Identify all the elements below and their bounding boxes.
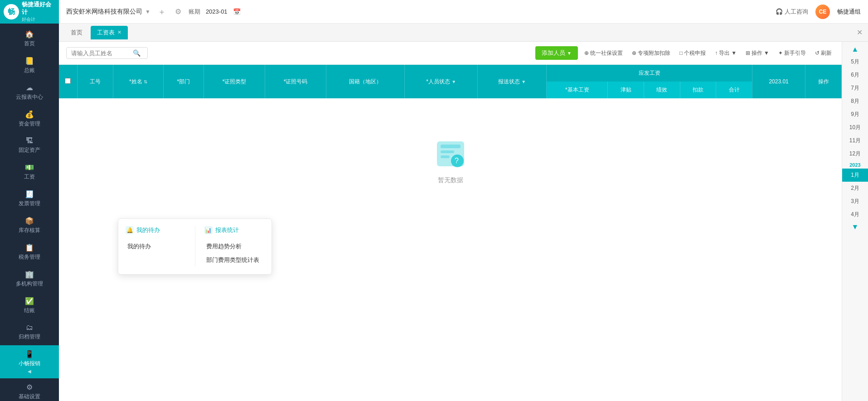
tab-close-window-icon[interactable]: ✕ [857,29,863,36]
sidebar-item-multi-org[interactable]: 🏢 多机构管理 [0,266,59,292]
sidebar-item-label: 税务管理 [19,253,40,261]
add-person-button[interactable]: 添加人员 ▼ [535,46,578,60]
search-box[interactable]: 🔍 [66,47,148,59]
th-period: 2023.01 [752,65,805,98]
sidebar-item-basic[interactable]: ⚙ 基础设置 [0,378,59,401]
toolbar: 🔍 添加人员 ▼ ⊕ 统一社保设置 ⊕ 专项附加扣除 [59,42,842,65]
special-deduct-btn[interactable]: ⊕ 专项附加扣除 [629,48,673,59]
th-allowance: 津贴 [608,82,644,98]
tab-salary-table[interactable]: 工资表 ✕ [91,26,128,39]
sidebar-item-ledger[interactable]: 📒 总账 [0,52,59,79]
export-btn[interactable]: ↑ 导出 ▼ [712,48,739,59]
company-selector[interactable]: 西安虾米网络科技有限公司 ▼ [66,8,150,16]
refresh-btn[interactable]: ↺ 刷新 [812,48,834,59]
cal-month-11[interactable]: 11月 [842,134,868,147]
logo-text-block: 畅捷通好会计 好会计 [22,1,55,23]
cal-month-1-2023[interactable]: 1月 [842,169,868,182]
sidebar-item-label: 库存核算 [19,227,40,234]
customer-service-btn[interactable]: 🎧 人工咨询 [776,8,808,16]
service-label: 人工咨询 [785,8,808,16]
sidebar-item-tax[interactable]: 📋 税务管理 [0,239,59,266]
period-label: 账期 [189,8,200,16]
tab-close-icon[interactable]: ✕ [117,29,121,35]
user-name[interactable]: 畅捷通组 [837,8,861,16]
report-title-label: 报表统计 [215,226,239,234]
inventory-icon: 📦 [25,217,34,225]
cal-month-7[interactable]: 7月 [842,82,868,95]
calendar-icon[interactable]: 📅 [233,8,241,15]
calendar-panel: ▲ 5月 6月 7月 8月 9月 10月 11月 12月 2023 1月 2月 … [842,42,868,401]
cal-month-10[interactable]: 10月 [842,121,868,134]
calendar-up-nav[interactable]: ▲ [850,43,861,55]
assets-icon: 🏗 [26,137,33,145]
search-input[interactable] [71,50,130,57]
cal-month-8[interactable]: 8月 [842,95,868,108]
sidebar-item-cloud-report[interactable]: ☁ 云报表中心 [0,79,59,106]
tab-home[interactable]: 首页 [64,26,89,39]
operation-icon: ⊞ [746,50,750,56]
sidebar-item-label: 归档管理 [19,333,40,341]
sidebar-item-salary[interactable]: 💵 工资 [0,159,59,185]
unified-social-icon: ⊕ [584,50,589,56]
select-all-checkbox[interactable] [65,78,71,84]
name-sort-icon: ⇅ [144,79,147,84]
operation-label: 操作 [752,49,762,57]
popup-item-dept-cost[interactable]: 部门费用类型统计表 [204,253,265,267]
tax-declare-btn[interactable]: □ 个税申报 [677,48,708,59]
sidebar-item-label: 首页 [24,40,35,48]
app-logo: 畅 畅捷通好会计 好会计 [0,0,59,24]
app-sub: 好会计 [22,16,55,23]
empty-text: 暂无数据 [438,176,463,184]
content-area: 🔍 添加人员 ▼ ⊕ 统一社保设置 ⊕ 专项附加扣除 [59,42,868,401]
popup-divider [195,226,195,267]
popup-item-cost-trend[interactable]: 费用趋势分析 [204,240,265,253]
tab-bar-right: ✕ [857,28,863,37]
sidebar-item-xiaochang[interactable]: 📱 小畅报销 ◀ [0,345,59,378]
th-name-label: *姓名 [129,78,142,85]
th-status-label: *人员状态 [426,78,450,85]
toolbar-right: 添加人员 ▼ ⊕ 统一社保设置 ⊕ 专项附加扣除 □ 个税申报 [535,46,834,60]
sidebar-item-label: 云报表中心 [16,93,43,101]
app-name: 畅捷通好会计 [22,1,55,16]
sidebar-item-label: 工资 [24,173,35,181]
th-status[interactable]: *人员状态 ▼ [405,65,478,98]
sidebar-item-label: 总账 [24,67,35,74]
svg-rect-3 [441,155,450,158]
special-deduct-icon: ⊕ [632,50,636,56]
svg-rect-2 [441,150,454,153]
company-dropdown-icon: ▼ [145,9,150,15]
sidebar-item-invoice[interactable]: 🧾 发票管理 [0,185,59,212]
header-add-button[interactable]: ＋ [156,5,168,19]
cal-month-5[interactable]: 5月 [842,55,868,68]
calendar-down-nav[interactable]: ▼ [850,221,861,233]
sidebar-item-settle[interactable]: ✅ 结账 [0,292,59,319]
cal-month-4-2023[interactable]: 4月 [842,208,868,221]
basic-icon: ⚙ [26,383,33,391]
period-value: 2023-01 [206,8,228,15]
user-avatar: CE [815,5,830,19]
popup-item-my-todo[interactable]: 我的待办 [126,240,186,253]
header-settings-button[interactable]: ⚙ [173,5,183,18]
svg-rect-1 [441,145,461,148]
sidebar-item-fund[interactable]: 💰 资金管理 [0,106,59,132]
unified-social-btn[interactable]: ⊕ 统一社保设置 [582,48,626,59]
guide-btn[interactable]: ✦ 新手引导 [776,48,809,59]
sidebar-item-fixed-assets[interactable]: 🏗 固定资产 [0,132,59,159]
tab-home-label: 首页 [71,29,82,37]
sidebar-item-archive[interactable]: 🗂 归档管理 [0,319,59,345]
cal-month-2-2023[interactable]: 2月 [842,182,868,195]
th-report-status[interactable]: 报送状态 ▼ [478,65,547,98]
home-icon: 🏠 [25,30,34,39]
export-icon: ↑ [715,50,718,56]
th-name[interactable]: *姓名 ⇅ [113,65,164,98]
tab-salary-label: 工资表 [97,29,115,37]
cal-month-6[interactable]: 6月 [842,68,868,82]
unified-social-label: 统一社保设置 [590,49,623,57]
sidebar-item-inventory[interactable]: 📦 库存核算 [0,212,59,239]
cal-month-9[interactable]: 9月 [842,108,868,121]
cal-month-3-2023[interactable]: 3月 [842,195,868,208]
th-checkbox[interactable] [59,65,77,98]
sidebar-item-home[interactable]: 🏠 首页 [0,25,59,52]
cal-month-12[interactable]: 12月 [842,147,868,160]
operation-btn[interactable]: ⊞ 操作 ▼ [743,48,772,59]
